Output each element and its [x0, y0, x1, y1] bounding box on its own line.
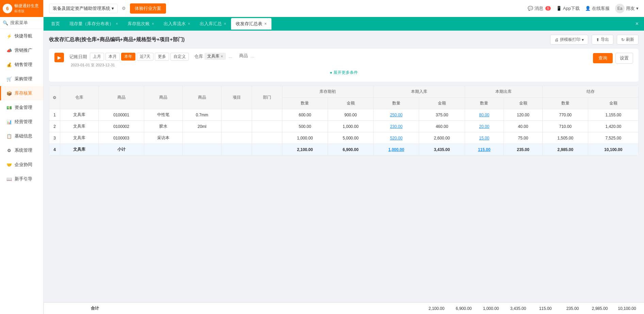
sidebar-logo: 6 畅捷通好生意 标准版 — [0, 0, 43, 17]
sidebar-item-quick-nav[interactable]: ⚡ 快捷导航 — [0, 29, 43, 43]
row1-outbound-qty[interactable]: 80.00 — [465, 109, 503, 121]
sidebar-item-collab[interactable]: 🤝 企业协同 — [0, 158, 43, 172]
filter-card: ▶ 记账日期 上月 本月 本年 近7天 更多 自定义 — [49, 49, 639, 82]
tabs-bar: 首页 现存量（库存分布表） × 库存批次账 × 出入库流水 × 出入库汇总 × … — [44, 17, 644, 31]
sidebar-item-inventory[interactable]: 📦 库存核算 — [0, 86, 43, 100]
table-row: 2 文具库 0100002 胶水 20ml 500.00 1,000.00 23… — [49, 121, 639, 132]
table-row: 3 文具库 0100003 采访本 1,000.00 5,000.00 520.… — [49, 132, 639, 144]
row1-inbound-qty[interactable]: 250.00 — [374, 109, 419, 121]
close-all-tabs-button[interactable]: × — [633, 19, 641, 28]
messages-button[interactable]: 💬 消息 6 — [528, 5, 551, 12]
sidebar-item-purchase[interactable]: 🛒 采购管理 — [0, 72, 43, 86]
warehouse-tag-close[interactable]: × — [221, 54, 223, 59]
col-header-warehouse: 仓库 — [60, 86, 99, 109]
trial-button[interactable]: 体验行业方案 — [130, 3, 166, 14]
goods-filter-expand[interactable]: ... — [249, 53, 256, 59]
chevron-down-icon: ▾ — [112, 6, 114, 11]
tab-recv-send-summary[interactable]: 收发存汇总表 × — [231, 18, 271, 30]
warehouse-filter-expand[interactable]: ... — [227, 54, 234, 59]
sidebar-item-management[interactable]: 📊 经营管理 — [0, 115, 43, 129]
warehouse-filter-label: 仓库 — [194, 53, 203, 60]
table-settings-col[interactable]: ⚙ — [49, 86, 60, 109]
main-wrapper: 装备及固定资产辅助管理系统 ▾ ⚙ 体验行业方案 💬 消息 6 📱 App下载 … — [44, 0, 644, 314]
app-download-button[interactable]: 📱 App下载 — [556, 5, 580, 12]
tab-home[interactable]: 首页 — [46, 18, 65, 30]
tab-inout-flow[interactable]: 出入库流水 × — [159, 18, 195, 30]
warehouse-filter-tag[interactable]: 文具库 × — [204, 53, 226, 60]
tab-batch-ledger[interactable]: 库存批次账 × — [123, 18, 159, 30]
expand-more-conditions[interactable]: ▾ 展开更多条件 — [54, 68, 633, 78]
row3-opening-qty: 1,000.00 — [282, 132, 328, 144]
col-group-inbound: 本期入库 — [374, 86, 465, 98]
tab-close-inout-summary[interactable]: × — [224, 21, 226, 26]
page-content: 收发存汇总表(按仓库+商品编码+商品+规格型号+项目+部门) 🖨 拼模板打印 ▾… — [44, 31, 644, 314]
row1-closing-qty: 770.00 — [543, 109, 588, 121]
footer-outbound-amount: 235.00 — [559, 306, 586, 311]
row3-outbound-qty[interactable]: 15.00 — [465, 132, 503, 144]
system-icon: ⚙ — [6, 148, 12, 153]
guide-icon: 📖 — [6, 176, 12, 182]
filter-toggle-button[interactable]: ▶ — [54, 53, 64, 62]
filter-date-this-month[interactable]: 本月 — [105, 53, 120, 61]
filter-settings-button[interactable]: 设置 — [615, 53, 633, 64]
row3-dept — [252, 132, 282, 144]
sidebar-item-system[interactable]: ⚙ 系统管理 — [0, 143, 43, 158]
table-settings-icon: ⚙ — [53, 95, 56, 100]
subtotal-outbound-amount: 235.00 — [503, 144, 542, 155]
sidebar-item-marketing[interactable]: 📣 营销推广 — [0, 43, 43, 57]
filter-date-range: 2023-01-01 至 2023-12-31 — [71, 63, 189, 68]
tab-close-inventory-dist[interactable]: × — [116, 21, 118, 26]
row2-opening-qty: 500.00 — [282, 121, 328, 132]
row1-product-spec: 0.7mm — [183, 109, 221, 121]
subtotal-num: 4 — [49, 144, 60, 155]
subtotal-opening-amount: 6,900.00 — [328, 144, 373, 155]
refresh-button[interactable]: ↻ 刷新 — [617, 35, 639, 45]
subtotal-warehouse: 文具库 — [60, 144, 99, 155]
export-button[interactable]: ⬆ 导出 — [592, 35, 613, 45]
subtotal-outbound-qty[interactable]: 115.00 — [465, 144, 503, 155]
tab-inventory-dist[interactable]: 现存量（库存分布表） × — [65, 18, 123, 30]
tab-close-recv-send-summary[interactable]: × — [264, 21, 267, 26]
filter-date-more[interactable]: 更多 — [155, 53, 169, 61]
subtotal-inbound-amount: 3,435.00 — [419, 144, 465, 155]
table-card: ⚙ 仓库 商品 商品 商品 项目 部门 库存期初 本期入库 本期出库 结存 — [49, 86, 639, 155]
filter-date-last-month[interactable]: 上月 — [90, 53, 104, 61]
subtotal-inbound-qty[interactable]: 1,000.00 — [374, 144, 419, 155]
base-icon: 📋 — [6, 133, 12, 139]
subtotal-empty1 — [144, 144, 183, 155]
row2-inbound-qty[interactable]: 230.00 — [374, 121, 419, 132]
col-group-opening: 库存期初 — [282, 86, 373, 98]
sidebar-item-finance[interactable]: 💵 资金管理 — [0, 100, 43, 115]
sidebar-item-base-info[interactable]: 📋 基础信息 — [0, 129, 43, 143]
row3-product-name: 采访本 — [144, 132, 183, 144]
filter-date-7days[interactable]: 近7天 — [137, 53, 153, 61]
table-row: 1 文具库 0100001 中性笔 0.7mm 600.00 900.00 25… — [49, 109, 639, 121]
col-closing-amount: 金额 — [588, 98, 639, 109]
row2-outbound-qty[interactable]: 20.00 — [465, 121, 503, 132]
print-button[interactable]: 🖨 拼模板打印 ▾ — [550, 35, 588, 45]
query-button[interactable]: 查询 — [593, 53, 613, 63]
gear-icon[interactable]: ⚙ — [122, 6, 126, 11]
footer-inbound-qty: 1,000.00 — [477, 306, 505, 311]
online-service-button[interactable]: 👤 在线客服 — [585, 5, 610, 12]
col-header-product-code: 商品 — [98, 86, 144, 109]
warehouse-icon: 📦 — [6, 90, 12, 96]
table-subtotal-row: 4 文具库 小计 2,100.00 6,900.00 1,000.00 3,43… — [49, 144, 639, 155]
filter-warehouse-section: 仓库 文具库 × ... — [194, 53, 234, 60]
subtotal-empty2 — [183, 144, 221, 155]
row3-inbound-qty[interactable]: 520.00 — [374, 132, 419, 144]
sidebar-search[interactable]: 🔍 搜索菜单 — [0, 17, 43, 29]
filter-date-this-year[interactable]: 本年 — [121, 53, 135, 61]
user-menu[interactable]: Ea 用友 ▾ — [615, 4, 639, 13]
sidebar: 6 畅捷通好生意 标准版 🔍 搜索菜单 ⚡ 快捷导航 📣 营销推广 💰 销售管理… — [0, 0, 44, 314]
tab-close-inout-flow[interactable]: × — [188, 21, 190, 26]
tab-close-batch-ledger[interactable]: × — [152, 21, 154, 26]
message-icon: 💬 — [528, 6, 533, 11]
system-selector[interactable]: 装备及固定资产辅助管理系统 ▾ — [49, 4, 118, 13]
service-icon: 👤 — [585, 6, 591, 11]
sidebar-item-guide[interactable]: 📖 新手引导 — [0, 172, 43, 186]
expand-icon: ▾ — [330, 70, 332, 75]
sidebar-item-sales[interactable]: 💰 销售管理 — [0, 57, 43, 72]
tab-inout-summary[interactable]: 出入库汇总 × — [195, 18, 231, 30]
filter-date-custom[interactable]: 自定义 — [170, 53, 189, 61]
